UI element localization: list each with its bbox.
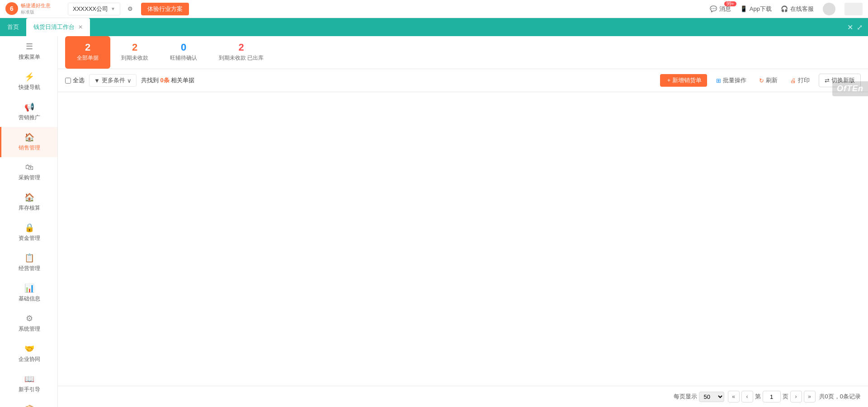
filter-chevron-icon: ∨	[127, 77, 132, 84]
sidebar-label-sales: 销售管理	[19, 144, 40, 152]
often-watermark: OfTEn	[832, 81, 868, 96]
refresh-label: 刷新	[766, 76, 778, 84]
sidebar-item-app-center[interactable]: 📦 应用中心	[0, 399, 57, 407]
stat-tab-pending[interactable]: 0 旺辅待确认	[159, 36, 208, 69]
watermark-text: OfTEn	[837, 84, 863, 93]
first-page-icon: «	[732, 393, 735, 400]
checkbox-input[interactable]	[65, 78, 71, 84]
sidebar-label-guide: 新手引导	[19, 386, 40, 393]
app-center-icon: 📦	[24, 404, 34, 407]
sidebar-label-search-menu: 搜索菜单	[19, 53, 40, 61]
filter-label: 更多条件	[102, 76, 125, 84]
total-records-label: 共0页，0条记录	[819, 393, 861, 401]
tab-home-label: 首页	[7, 23, 19, 31]
main-layout: ☰ 搜索菜单 ⚡ 快捷导航 📢 营销推广 🏠 销售管理 🛍 采购管理 🏠 库存核…	[0, 36, 868, 407]
sidebar-item-sales[interactable]: 🏠 销售管理	[0, 127, 57, 157]
quick-nav-icon: ⚡	[24, 72, 34, 82]
finance-icon: 🔒	[24, 223, 34, 233]
sidebar-item-cooperation[interactable]: 🤝 企业协同	[0, 338, 57, 369]
add-sales-order-button[interactable]: + 新增销货单	[660, 74, 707, 87]
expand-window-icon[interactable]: ⤢	[857, 23, 863, 32]
stat-label-overdue-stock: 到期未收款 已出库	[219, 54, 264, 62]
sidebar-label-basic-info: 基础信息	[19, 295, 40, 303]
stat-label-pending: 旺辅待确认	[170, 54, 197, 62]
batch-icon: ⊞	[716, 77, 721, 84]
sidebar-item-purchase[interactable]: 🛍 采购管理	[0, 157, 57, 187]
sidebar: ☰ 搜索菜单 ⚡ 快捷导航 📢 营销推广 🏠 销售管理 🛍 采购管理 🏠 库存核…	[0, 36, 58, 407]
user-panel[interactable]	[844, 3, 863, 15]
sidebar-label-quick-nav: 快捷导航	[19, 84, 40, 91]
page-label: 第	[755, 393, 761, 401]
sidebar-label-purchase: 采购管理	[19, 174, 40, 182]
sidebar-item-operation[interactable]: 📋 经营管理	[0, 248, 57, 278]
sidebar-item-marketing[interactable]: 📢 营销推广	[0, 97, 57, 127]
messages-button[interactable]: 💬 消息 99+	[710, 5, 731, 13]
gear-icon: ⚙	[127, 5, 133, 12]
stat-num-overdue: 2	[132, 42, 137, 53]
company-name: XXXXXX公司	[73, 5, 108, 13]
stat-tab-overdue[interactable]: 2 到期未收款	[110, 36, 159, 69]
cooperation-icon: 🤝	[24, 344, 34, 354]
stat-tab-all[interactable]: 2 全部单据	[65, 36, 110, 69]
per-page-select[interactable]: 50 100	[699, 392, 724, 402]
marketing-icon: 📢	[24, 102, 34, 112]
logo-icon: 6	[5, 2, 18, 15]
close-window-icon[interactable]: ✕	[847, 23, 853, 32]
message-badge: 99+	[724, 1, 736, 6]
prev-page-button[interactable]: ‹	[741, 391, 753, 402]
page-number-input[interactable]	[763, 391, 781, 402]
tab-work-station-label: 钱货日清工作台	[33, 23, 75, 31]
tab-work-station[interactable]: 钱货日清工作台 ✕	[26, 18, 90, 36]
page-navigation: « ‹ 第 页 › »	[728, 391, 816, 402]
select-all-label: 全选	[73, 76, 85, 84]
first-page-button[interactable]: «	[728, 391, 740, 402]
trial-button[interactable]: 体验行业方案	[141, 3, 189, 15]
tab-bar-actions: ✕ ⤢	[847, 23, 868, 32]
prev-page-icon: ‹	[746, 393, 748, 400]
stat-tab-overdue-stock[interactable]: 2 到期未收款 已出库	[208, 36, 274, 69]
stat-num-overdue-stock: 2	[239, 42, 244, 53]
top-header: 6 畅捷通好生意 标准版 XXXXXX公司 ▼ ⚙ 体验行业方案 💬 消息 99…	[0, 0, 868, 18]
avatar[interactable]	[823, 3, 835, 15]
sidebar-item-search-menu[interactable]: ☰ 搜索菜单	[0, 36, 57, 66]
settings-button[interactable]: ⚙	[124, 3, 137, 15]
per-page-label: 每页显示	[674, 393, 697, 401]
tab-home[interactable]: 首页	[0, 18, 26, 36]
batch-operation-button[interactable]: ⊞ 批量操作	[712, 75, 750, 86]
sidebar-label-cooperation: 企业协同	[19, 356, 40, 363]
app-download-label: App下载	[750, 5, 772, 13]
switch-icon: ⇄	[825, 77, 830, 84]
sidebar-label-finance: 资金管理	[19, 234, 40, 242]
page-size-selector: 每页显示 50 100	[674, 392, 724, 402]
last-page-button[interactable]: »	[804, 391, 816, 402]
search-menu-icon: ☰	[26, 42, 33, 51]
filter-button[interactable]: ▼ 更多条件 ∨	[89, 74, 137, 87]
print-label: 打印	[798, 76, 810, 84]
sidebar-item-quick-nav[interactable]: ⚡ 快捷导航	[0, 66, 57, 97]
page-suffix: 页	[783, 393, 788, 401]
phone-icon: 📱	[740, 5, 747, 12]
sidebar-item-guide[interactable]: 📖 新手引导	[0, 369, 57, 399]
tab-close-icon[interactable]: ✕	[78, 24, 83, 30]
chevron-down-icon: ▼	[111, 6, 115, 11]
app-download-button[interactable]: 📱 App下载	[740, 5, 772, 13]
logo-area: 6 畅捷通好生意 标准版	[5, 2, 63, 15]
refresh-button[interactable]: ↻ 刷新	[755, 75, 781, 86]
select-all-checkbox[interactable]: 全选	[65, 76, 85, 84]
stat-num-all: 2	[85, 42, 90, 53]
guide-icon: 📖	[24, 374, 34, 384]
company-selector[interactable]: XXXXXX公司 ▼	[68, 3, 120, 15]
sidebar-item-inventory[interactable]: 🏠 库存核算	[0, 187, 57, 217]
sidebar-item-basic-info[interactable]: 📊 基础信息	[0, 278, 57, 308]
print-icon: 🖨	[790, 77, 796, 84]
sidebar-label-system: 系统管理	[19, 325, 40, 333]
header-right: 💬 消息 99+ 📱 App下载 🎧 在线客服	[710, 3, 863, 15]
last-page-icon: »	[808, 393, 811, 400]
next-page-button[interactable]: ›	[790, 391, 802, 402]
sidebar-label-marketing: 营销推广	[19, 114, 40, 122]
logo-text: 畅捷通好生意	[21, 2, 51, 9]
sidebar-item-system[interactable]: ⚙ 系统管理	[0, 308, 57, 338]
sidebar-item-finance[interactable]: 🔒 资金管理	[0, 217, 57, 248]
print-button[interactable]: 🖨 打印	[787, 75, 813, 86]
online-service-button[interactable]: 🎧 在线客服	[781, 5, 814, 13]
